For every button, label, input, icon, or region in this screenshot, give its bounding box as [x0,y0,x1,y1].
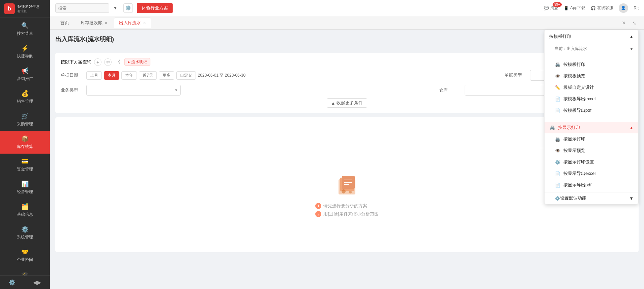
tab-home[interactable]: 首页 [55,18,74,28]
date-7days-button[interactable]: 近7天 [139,71,157,80]
sidebar-logo[interactable]: b 畅捷通好生意 标准版 [0,0,50,18]
dropdown-header[interactable]: 按模板打印 ▲ [545,30,638,43]
tab-flow[interactable]: 出入库流水 ✕ [114,18,151,28]
finance-icon: 💳 [21,158,29,165]
empty-hint: 1 请先选择要分析的方案 2 用[过滤]条件来缩小分析范围 [315,203,378,217]
svg-point-6 [342,189,346,193]
system-icon: ⚙️ [21,226,29,233]
basic-icon: 🗂️ [21,203,29,210]
settings-bottom-icon[interactable]: ⚙️ [9,279,16,286]
collapse-sidebar-icon[interactable]: ◀▶ [33,279,41,286]
logo-icon: b [4,3,15,14]
logo-badge: 标准版 [18,9,40,14]
date-current-month-button[interactable]: 本月 [104,71,119,80]
dropdown-item-display-print-section[interactable]: 🖨️ 按显示打印 ▲ [545,122,638,133]
sidebar-item-inventory[interactable]: 📦 库存核算 [0,131,50,154]
sidebar-item-guide[interactable]: 🎓 新手引导 [0,267,50,275]
filter-tag-item[interactable]: ● 流水明细 [124,58,150,66]
display-excel-icon: 📄 [555,170,561,177]
sidebar-item-sales[interactable]: 💰 销售管理 [0,86,50,108]
date-more-button[interactable]: 更多 [159,71,174,80]
purchase-icon: 🛒 [21,112,29,120]
biz-type-select-wrapper: ▼ [86,85,181,96]
display-pdf-icon: 📄 [555,182,561,188]
dropdown-item-template-excel[interactable]: 📄 按模板导出excel [545,93,638,105]
sidebar-item-purchase[interactable]: 🛒 采购管理 [0,108,50,131]
main-area: ▼ ⚙️ 体验行业方案 💬 消息 99+ 📱 App下载 🎧 在线客服 👤 [50,0,644,289]
dropdown-template-section: 🖨️ 按模板打印 👁️ 按模板预览 ✏️ 模板自定义设计 📄 按模板导出exce… [545,57,638,117]
trial-button[interactable]: 体验行业方案 [137,3,173,13]
sidebar-item-system[interactable]: ⚙️ 系统管理 [0,221,50,244]
dropdown-chevron-icon: ▲ [629,34,634,39]
sidebar-item-basic[interactable]: 🗂️ 基础信息 [0,199,50,221]
filter-collapse-button[interactable]: 《 [114,58,122,66]
dropdown-item-display-pdf[interactable]: 📄 按显示导出pdf [545,179,638,191]
dropdown-item-template-customize[interactable]: ✏️ 模板自定义设计 [545,82,638,93]
page-title: 出入库流水(流水明细) [55,35,114,43]
sidebar: b 畅捷通好生意 标准版 🔍 搜索菜单 ⚡ 快捷导航 📢 营销推广 💰 销 [0,0,50,289]
page-content-wrapper: 出入库流水(流水明细) 🖨️ 按模板打印 ▲ 📤 导出 🔄 [50,30,644,289]
topbar-settings-button[interactable]: ⚙️ [123,3,133,13]
footer-chevron-icon: ▼ [629,196,634,201]
biz-type-select[interactable] [86,85,181,96]
username-label[interactable]: Rit [634,6,639,10]
sidebar-item-marketing[interactable]: 📢 营销推广 [0,63,50,86]
date-range-text: 2023-06-01 至 2023-06-30 [198,73,245,78]
dropdown-item-display-settings[interactable]: ⚙️ 按显示打印设置 [545,156,638,168]
hint-item-2: 2 用[过滤]条件来缩小分析范围 [315,211,378,217]
window-close-icon[interactable]: ✕ [620,19,628,27]
collab-icon: 🤝 [21,248,29,256]
svg-point-7 [349,191,352,193]
eye-icon: 👁️ [555,73,561,79]
dropdown-item-template-preview[interactable]: 👁️ 按模板预览 [545,70,638,82]
app-download-button[interactable]: 📱 App下载 [564,5,585,11]
excel-icon: 📄 [555,96,561,102]
sidebar-item-search[interactable]: 🔍 搜索菜单 [0,18,50,41]
sidebar-nav: 🔍 搜索菜单 ⚡ 快捷导航 📢 营销推广 💰 销售管理 🛒 采购管理 📦 [0,18,50,275]
date-prev-month-button[interactable]: 上月 [86,71,102,80]
search-input[interactable] [55,3,109,13]
tabs-bar: 首页 库存批次账 ✕ 出入库流水 ✕ ✕ ⤡ [50,16,644,30]
display-settings-icon: ⚙️ [555,159,561,165]
sidebar-item-operation[interactable]: 📊 经营管理 [0,176,50,199]
filter-label: 按以下方案查询 [61,59,91,65]
edit-icon: ✏️ [555,84,561,90]
dropdown-item-template-pdf[interactable]: 📄 按模板导出pdf [545,105,638,116]
search-dropdown-icon[interactable]: ▼ [111,4,119,12]
window-maximize-icon[interactable]: ⤡ [631,19,639,27]
printer-small-icon: 🖨️ [555,61,561,68]
sidebar-item-finance[interactable]: 💳 资金管理 [0,154,50,176]
display-printer-icon: 🖨️ [549,125,555,131]
topbar-right: 💬 消息 99+ 📱 App下载 🎧 在线客服 👤 Rit [544,3,639,13]
sidebar-item-collab[interactable]: 🤝 企业协同 [0,244,50,267]
quicknav-icon: ⚡ [21,45,29,52]
topbar: ▼ ⚙️ 体验行业方案 💬 消息 99+ 📱 App下载 🎧 在线客服 👤 [50,0,644,16]
online-service-button[interactable]: 🎧 在线客服 [591,5,613,11]
window-controls: ✕ ⤡ [620,19,639,27]
dropdown-footer[interactable]: ⚙️ 设置默认功能 ▼ [545,192,638,204]
date-current-year-button[interactable]: 本年 [121,71,137,80]
guide-icon: 🎓 [21,271,29,275]
sidebar-bottom: ⚙️ ◀▶ [0,275,50,289]
user-avatar[interactable]: 👤 [619,3,628,13]
date-options: 上月 本月 本年 近7天 更多 自定义 2023-06-01 至 2023-06… [86,71,245,80]
doc-type-label: 单据类型 [504,72,525,78]
dropdown-item-display-excel[interactable]: 📄 按显示导出excel [545,168,638,179]
collapse-more-button[interactable]: ▲ 收起更多条件 [327,98,368,108]
filter-settings-button[interactable]: ⚙ [104,58,112,66]
filter-add-button[interactable]: + [94,58,101,66]
dropdown-item-template-print[interactable]: 🖨️ 按模板打印 [545,59,638,70]
topbar-search: ▼ [55,3,119,13]
tab-flow-close-icon[interactable]: ✕ [143,21,146,25]
sidebar-item-quick-nav[interactable]: ⚡ 快捷导航 [0,41,50,63]
empty-state-icon [333,173,360,200]
dropdown-divider-2 [545,119,638,119]
dropdown-item-display-print[interactable]: 🖨️ 按显示打印 [545,133,638,145]
tab-batch-close-icon[interactable]: ✕ [105,21,108,25]
date-custom-button[interactable]: 自定义 [176,71,196,80]
message-button[interactable]: 💬 消息 99+ [544,5,558,11]
phone-icon: 📱 [564,6,569,10]
dropdown-item-display-preview[interactable]: 👁️ 按显示预览 [545,145,638,156]
tab-batch[interactable]: 库存批次账 ✕ [76,18,113,28]
dropdown-current[interactable]: 当前： 出入库流水 ▼ [545,43,638,54]
